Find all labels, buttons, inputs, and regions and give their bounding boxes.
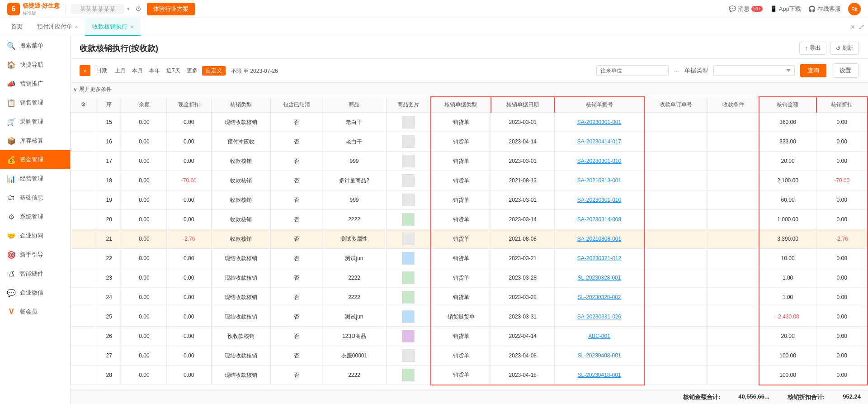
cell-bill-no: SA-20210808-001 bbox=[555, 229, 644, 249]
date-option-7days[interactable]: 近7天 bbox=[165, 66, 182, 76]
cell-include-settled: 否 bbox=[270, 132, 322, 152]
cell-bill-report-type: 销货单 bbox=[431, 288, 491, 307]
cell-seq: 25 bbox=[96, 307, 122, 327]
sidebar-item-inventory[interactable]: 📦 库存核算 bbox=[0, 131, 70, 150]
tab-maximize-icon[interactable]: ⤢ bbox=[859, 23, 864, 31]
tab-receipt[interactable]: 收款核销执行 × bbox=[85, 18, 140, 36]
message-button[interactable]: 💬 消息 99+ bbox=[729, 5, 763, 13]
tab-home[interactable]: 首页 bbox=[4, 18, 30, 36]
sidebar-item-finance[interactable]: 💰 资金管理 bbox=[0, 150, 70, 169]
partner-search-icon[interactable]: ··· bbox=[674, 67, 679, 74]
bill-no-link[interactable]: SA-20230321-012 bbox=[577, 255, 621, 261]
cell-bill-date: 2023-03-01 bbox=[491, 190, 555, 210]
user-avatar[interactable]: Rit bbox=[848, 3, 861, 15]
bill-type-label: 单据类型 bbox=[684, 67, 708, 75]
prepay-tab-label: 预付冲应付单 bbox=[37, 23, 72, 31]
sidebar-item-corp[interactable]: 🤝 企业协同 bbox=[0, 226, 70, 245]
sidebar-item-guide[interactable]: 🎯 新手引导 bbox=[0, 245, 70, 264]
sidebar-item-wechat[interactable]: 💬 企业微信 bbox=[0, 283, 70, 302]
column-settings-icon[interactable]: ⚙ bbox=[81, 101, 86, 108]
bill-no-link[interactable]: SA-20230414-017 bbox=[577, 138, 621, 145]
app-download-button[interactable]: 📱 App下载 bbox=[770, 5, 801, 13]
cell-balance: 0.00 bbox=[122, 190, 166, 210]
sidebar-item-purchase[interactable]: 🛒 采购管理 bbox=[0, 112, 70, 131]
cell-cash-discount: 0.00 bbox=[166, 249, 211, 268]
bill-no-link[interactable]: SA-20230301-010 bbox=[577, 197, 621, 203]
export-button[interactable]: ↑ 导出 bbox=[799, 42, 826, 55]
date-custom-btn[interactable]: 自定义 bbox=[202, 66, 226, 76]
filter-toggle-btn[interactable]: » bbox=[80, 65, 90, 76]
cell-receipt-cond bbox=[708, 171, 759, 190]
phone-icon: 📱 bbox=[770, 5, 777, 12]
cell-bill-no: SA-20230301-001 bbox=[555, 113, 644, 132]
sidebar-item-system[interactable]: ⚙ 系统管理 bbox=[0, 207, 70, 226]
cell-cash-discount: -70.00 bbox=[166, 171, 211, 190]
sidebar-label-quicknav: 快捷导航 bbox=[20, 61, 43, 69]
tab-prepay[interactable]: 预付冲应付单 × bbox=[30, 18, 85, 36]
bill-no-link[interactable]: SL-20230328-002 bbox=[577, 294, 621, 300]
industry-button[interactable]: 体验行业方案 bbox=[147, 3, 195, 15]
bill-no-link[interactable]: SA-20210808-001 bbox=[577, 236, 621, 242]
sidebar-item-basic[interactable]: 🗂 基础信息 bbox=[0, 188, 70, 207]
cell-cash-discount: 0.00 bbox=[166, 190, 211, 210]
cell-goods: 多计量商品2 bbox=[322, 171, 386, 190]
cell-write-off-amount: 20.00 bbox=[759, 152, 816, 171]
sidebar-item-operations[interactable]: 📊 经营管理 bbox=[0, 169, 70, 188]
bill-no-link[interactable]: SA-20230301-001 bbox=[577, 119, 621, 125]
cell-bill-no: ABC-001 bbox=[555, 327, 644, 346]
bill-type-select[interactable] bbox=[713, 65, 795, 76]
partner-input[interactable] bbox=[596, 65, 669, 76]
cell-goods-img bbox=[386, 307, 431, 327]
bill-no-link[interactable]: SA-20230301-010 bbox=[577, 158, 621, 164]
sidebar: 🔍 搜索菜单 🏠 快捷导航 📣 营销推广 📋 销售管理 🛒 采购管理 📦 库存核… bbox=[0, 36, 71, 404]
cell-include-settled: 否 bbox=[270, 190, 322, 210]
sidebar-item-sales[interactable]: 📋 销售管理 bbox=[0, 93, 70, 112]
company-selector[interactable]: 某某某某某某 ▾ bbox=[71, 4, 130, 14]
cell-bill-report-type: 销货退货单 bbox=[431, 307, 491, 327]
sidebar-item-member[interactable]: V 畅会员 bbox=[0, 302, 70, 321]
sidebar-item-marketing[interactable]: 📣 营销推广 bbox=[0, 74, 70, 93]
date-option-this-month[interactable]: 本月 bbox=[130, 66, 145, 76]
th-gear[interactable]: ⚙ bbox=[71, 97, 96, 113]
expand-bar[interactable]: ∨ 展开更多条件 bbox=[71, 83, 868, 96]
cell-goods: 2222 bbox=[322, 288, 386, 307]
bill-no-link[interactable]: SA-20230331-026 bbox=[577, 314, 621, 320]
sidebar-item-quicknav[interactable]: 🏠 快捷导航 bbox=[0, 55, 70, 74]
bill-no-link[interactable]: SL-20230328-001 bbox=[577, 275, 621, 281]
sidebar-label-operations: 经营管理 bbox=[20, 175, 43, 183]
table-row: 220.000.00现结收款核销否测试jun销货单2023-03-21SA-20… bbox=[71, 249, 868, 268]
bill-no-link[interactable]: SL-20230418-001 bbox=[577, 372, 621, 378]
date-option-more[interactable]: 更多 bbox=[185, 66, 199, 76]
receipt-tab-close[interactable]: × bbox=[130, 24, 133, 29]
wechat-icon: 💬 bbox=[7, 289, 15, 297]
bill-no-link[interactable]: SA-20210813-001 bbox=[577, 177, 621, 184]
prepay-tab-close[interactable]: × bbox=[75, 24, 78, 29]
bill-no-link[interactable]: SA-20230314-008 bbox=[577, 216, 621, 223]
table-row: 160.000.00预付冲应收否老白干销货单2023-04-14SA-20230… bbox=[71, 132, 868, 152]
cell-bill-report-type: 销货单 bbox=[431, 190, 491, 210]
expand-conditions-btn[interactable]: ∨ 展开更多条件 bbox=[73, 86, 865, 93]
bill-no-link[interactable]: ABC-001 bbox=[588, 333, 610, 339]
bill-no-link[interactable]: SL-20230408-001 bbox=[577, 352, 621, 359]
headset-icon: 🎧 bbox=[808, 5, 816, 12]
setting-button[interactable]: 设置 bbox=[832, 63, 859, 78]
date-option-last-month[interactable]: 上月 bbox=[113, 66, 127, 76]
sidebar-item-hardware[interactable]: 🖨 智能硬件 bbox=[0, 264, 70, 283]
date-option-this-year[interactable]: 本年 bbox=[147, 66, 162, 76]
online-service-button[interactable]: 🎧 在线客服 bbox=[808, 5, 841, 13]
cell-seq: 18 bbox=[96, 171, 122, 190]
cell-seq: 23 bbox=[96, 268, 122, 288]
cell-bill-no: SL-20230418-001 bbox=[555, 366, 644, 385]
th-include-settled: 包含已结清 bbox=[270, 97, 322, 113]
refresh-button[interactable]: ↺ 刷新 bbox=[830, 42, 859, 55]
cell-goods-img bbox=[386, 152, 431, 171]
cell-goods: 123D商品 bbox=[322, 327, 386, 346]
tab-close-all-icon[interactable]: × bbox=[851, 23, 855, 31]
cell-include-settled: 否 bbox=[270, 249, 322, 268]
gear-icon[interactable]: ⚙ bbox=[135, 5, 142, 13]
sidebar-item-search[interactable]: 🔍 搜索菜单 bbox=[0, 36, 70, 55]
table-row: 260.000.00预收款核销否123D商品销货单2022-04-14ABC-0… bbox=[71, 327, 868, 346]
cell-seq: 19 bbox=[96, 190, 122, 210]
member-icon: V bbox=[7, 308, 15, 316]
query-button[interactable]: 查询 bbox=[800, 64, 826, 77]
